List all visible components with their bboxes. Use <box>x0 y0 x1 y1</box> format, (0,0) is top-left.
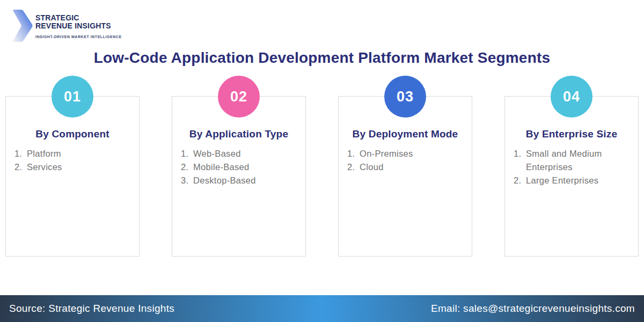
segment-card-deployment-mode: 03 By Deployment Mode 1. On-Premises 2. … <box>338 96 472 257</box>
list-item-number: 1. <box>14 147 27 160</box>
list-item-number: 2. <box>514 174 526 187</box>
segment-title: By Deployment Mode <box>339 128 472 140</box>
list-item-text: Large Enterprises <box>526 174 634 187</box>
list-item-number: 1. <box>514 147 526 174</box>
list-item-number: 1. <box>347 147 360 160</box>
list-item: 2. Cloud <box>347 160 467 174</box>
segment-card-component: 01 By Component 1. Platform 2. Services <box>5 96 140 257</box>
list-item: 1. Small and Medium Enterprises <box>514 147 634 174</box>
segment-item-list: 1. Small and Medium Enterprises 2. Large… <box>505 147 638 187</box>
list-item: 2. Mobile-Based <box>181 160 301 174</box>
segment-card-application-type: 02 By Application Type 1. Web-Based 2. M… <box>172 96 306 257</box>
segment-number-badge: 01 <box>52 76 93 118</box>
segment-number-badge: 04 <box>551 76 592 118</box>
segment-card-enterprise-size: 04 By Enterprise Size 1. Small and Mediu… <box>504 96 639 257</box>
list-item-text: Platform <box>27 147 135 160</box>
segment-title: By Component <box>6 128 139 140</box>
brand-name: STRATEGIC REVENUE INSIGHTS <box>35 14 122 30</box>
page-title: Low-Code Application Development Platfor… <box>0 49 644 67</box>
list-item: 2. Large Enterprises <box>514 174 634 187</box>
list-item: 1. Web-Based <box>181 147 301 160</box>
brand-text-block: STRATEGIC REVENUE INSIGHTS INSIGHT-DRIVE… <box>35 9 122 39</box>
list-item-number: 2. <box>14 160 27 174</box>
list-item-text: Desktop-Based <box>193 174 301 187</box>
footer-bar: Source: Strategic Revenue Insights Email… <box>0 295 644 322</box>
list-item-number: 2. <box>347 160 360 174</box>
segment-title: By Application Type <box>172 128 305 140</box>
footer-source-text: Source: Strategic Revenue Insights <box>9 303 174 314</box>
infographic-page: STRATEGIC REVENUE INSIGHTS INSIGHT-DRIVE… <box>0 0 644 322</box>
segment-item-list: 1. On-Premises 2. Cloud <box>339 147 472 174</box>
list-item-number: 2. <box>181 160 193 174</box>
list-item-number: 1. <box>181 147 193 160</box>
footer-email-text: Email: sales@strategicrevenueinsights.co… <box>431 303 635 314</box>
segment-cards-row: 01 By Component 1. Platform 2. Services … <box>5 96 639 257</box>
brand-tagline: INSIGHT-DRIVEN MARKET INTELLIGENCE <box>35 35 122 39</box>
brand-name-line2: REVENUE INSIGHTS <box>35 22 122 30</box>
list-item-text: Cloud <box>360 160 467 174</box>
segment-item-list: 1. Web-Based 2. Mobile-Based 3. Desktop-… <box>172 147 305 187</box>
list-item: 1. Platform <box>14 147 135 160</box>
list-item-text: Web-Based <box>193 147 301 160</box>
segment-item-list: 1. Platform 2. Services <box>6 147 139 174</box>
list-item-number: 3. <box>181 174 193 187</box>
brand-name-line1: STRATEGIC <box>35 14 122 22</box>
segment-title: By Enterprise Size <box>505 128 638 140</box>
list-item-text: On-Premises <box>360 147 467 160</box>
list-item-text: Services <box>27 160 135 174</box>
list-item: 1. On-Premises <box>347 147 467 160</box>
brand-header: STRATEGIC REVENUE INSIGHTS INSIGHT-DRIVE… <box>12 9 122 42</box>
chevron-arrow-icon <box>12 9 33 42</box>
list-item: 3. Desktop-Based <box>181 174 301 187</box>
segment-number-badge: 03 <box>384 76 426 118</box>
list-item: 2. Services <box>14 160 135 174</box>
segment-number-badge: 02 <box>218 76 260 118</box>
list-item-text: Mobile-Based <box>193 160 301 174</box>
list-item-text: Small and Medium Enterprises <box>526 147 634 174</box>
